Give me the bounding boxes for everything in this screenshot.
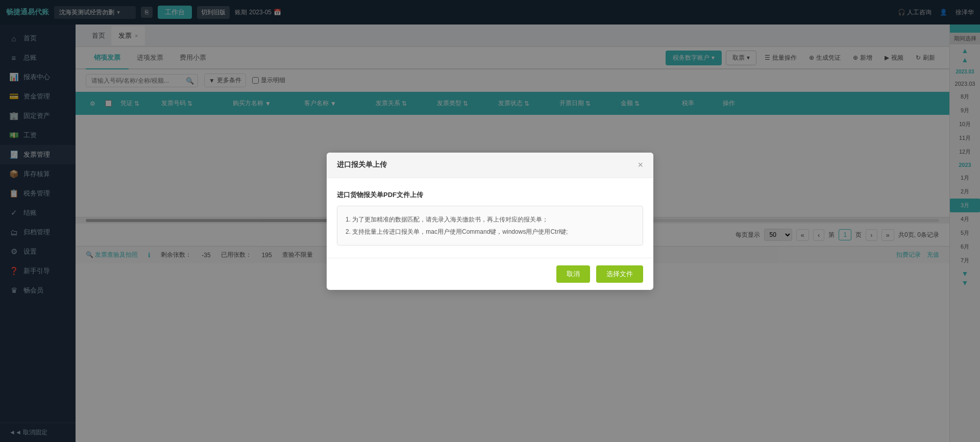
modal-cancel-button[interactable]: 取消 [556,265,590,283]
modal-info-item-2: 2. 支持批量上传进口报关单，mac用户使用Command键，windows用户… [346,226,634,238]
modal-header: 进口报关单上传 × [327,153,653,178]
modal-body: 进口货物报关单PDF文件上传 1. 为了更加精准的数据匹配，请先录入海关缴款书，… [327,178,653,258]
modal-info-box: 1. 为了更加精准的数据匹配，请先录入海关缴款书，再上传对应的报关单； 2. 支… [337,206,643,245]
modal-select-file-button[interactable]: 选择文件 [596,265,643,283]
modal-footer: 取消 选择文件 [327,258,653,290]
modal-info-item-1: 1. 为了更加精准的数据匹配，请先录入海关缴款书，再上传对应的报关单； [346,213,634,226]
import-customs-modal: 进口报关单上传 × 进口货物报关单PDF文件上传 1. 为了更加精准的数据匹配，… [327,153,653,290]
modal-close-button[interactable]: × [638,160,643,170]
modal-title: 进口报关单上传 [337,160,387,169]
modal-section-title: 进口货物报关单PDF文件上传 [337,190,643,200]
modal-overlay[interactable]: 进口报关单上传 × 进口货物报关单PDF文件上传 1. 为了更加精准的数据匹配，… [0,0,980,442]
